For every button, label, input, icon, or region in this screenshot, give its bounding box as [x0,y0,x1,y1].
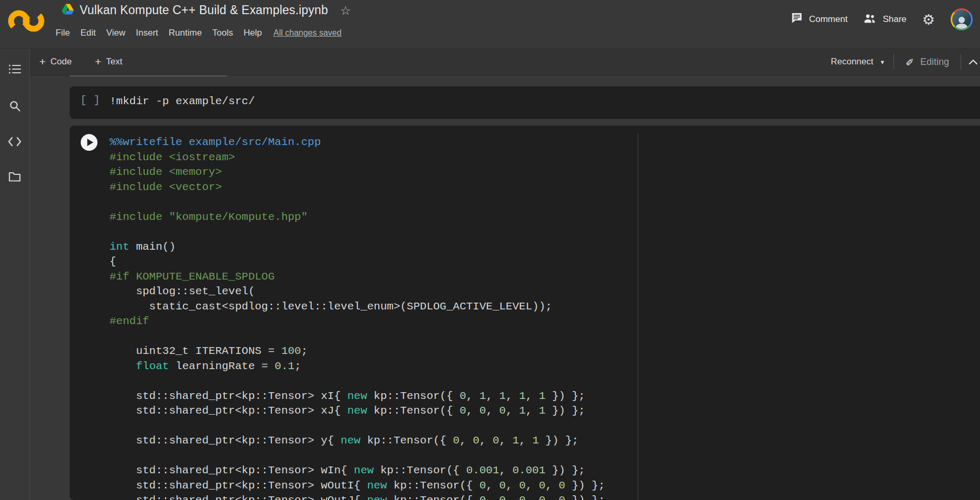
add-text-button[interactable]: + Text [95,57,122,67]
cell-run-prompt[interactable]: [ ] [80,94,100,106]
add-code-label: Code [50,57,72,67]
drive-icon [62,4,74,17]
code-line[interactable]: #endif [110,314,979,329]
code-line[interactable] [110,449,979,464]
share-people-icon [863,13,876,26]
left-sidebar [0,49,30,500]
code-line[interactable]: #include <memory> [110,165,979,180]
code-cell-mkdir[interactable]: [ ] !mkdir -p example/src/ [70,86,980,119]
code-line[interactable] [110,374,979,389]
search-icon[interactable] [0,94,29,117]
avatar-photo [952,10,971,29]
code-line[interactable]: std::shared_ptr<kp::Tensor> xJ{ new kp::… [110,404,979,419]
code-line[interactable]: %%writefile example/src/Main.cpp [110,135,979,150]
run-cell-button[interactable] [81,134,97,151]
code-line[interactable]: #if KOMPUTE_ENABLE_SPDLOG [110,270,979,285]
code-editor[interactable]: %%writefile example/src/Main.cpp#include… [110,126,979,500]
code-line[interactable]: uint32_t ITERATIONS = 100; [110,344,979,359]
notebook-toolbar: + Code + Text Reconnect ▾ ✎ Editing [30,49,980,75]
toolbar-left: + Code + Text [39,49,122,75]
share-label: Share [883,14,906,25]
menu-help[interactable]: Help [238,26,267,39]
code-line[interactable]: static_cast<spdlog::level::level_enum>(S… [110,299,979,315]
header-actions: Comment Share ⚙ [791,8,973,30]
code-line[interactable]: !mkdir -p example/src/ [110,94,979,109]
code-line[interactable]: float learningRate = 0.1; [110,359,979,374]
account-avatar[interactable] [951,8,973,30]
menu-view[interactable]: View [101,26,131,39]
code-line[interactable] [110,329,979,345]
save-status[interactable]: All changes saved [274,28,342,38]
menu-insert[interactable]: Insert [130,26,164,39]
colab-app: Vulkan Kompute C++ Build & Examples.ipyn… [0,0,980,500]
code-line[interactable]: int main() [110,240,979,255]
menu-file[interactable]: File [50,26,75,39]
menu-edit[interactable]: Edit [75,26,101,39]
add-text-label: Text [106,57,122,67]
comment-button[interactable]: Comment [791,13,848,27]
chevron-up-icon [968,59,978,65]
plus-icon: + [95,56,101,67]
toolbar-right: Reconnect ▾ ✎ Editing [821,49,980,75]
share-button[interactable]: Share [863,13,906,26]
chevron-down-icon: ▾ [881,58,885,66]
title-row: Vulkan Kompute C++ Build & Examples.ipyn… [62,3,351,17]
code-line[interactable]: #include <vector> [110,180,979,195]
menu-items: FileEditViewInsertRuntimeToolsHelp [50,28,267,38]
menu-tools[interactable]: Tools [207,26,238,39]
code-snippets-icon[interactable] [0,130,29,153]
code-line[interactable]: spdlog::set_level( [110,284,979,299]
files-folder-icon[interactable] [0,165,29,188]
reconnect-label: Reconnect [831,57,873,67]
add-code-button[interactable]: + Code [39,57,72,67]
code-line[interactable]: { [110,254,979,270]
colab-logo-icon[interactable] [7,7,45,35]
comment-label: Comment [809,14,848,25]
comment-icon [791,13,803,27]
star-icon[interactable]: ☆ [340,4,351,17]
code-editor[interactable]: !mkdir -p example/src/ [110,86,979,119]
plus-icon: + [39,56,46,67]
code-line[interactable]: #include "kompute/Kompute.hpp" [110,210,979,225]
code-line[interactable]: #include <iostream> [110,150,979,165]
editing-mode-button[interactable]: ✎ Editing [894,56,961,68]
settings-gear-icon[interactable]: ⚙ [922,13,935,27]
menubar: FileEditViewInsertRuntimeToolsHelp All c… [50,28,342,38]
code-line[interactable] [110,195,979,210]
code-line[interactable] [110,419,979,434]
code-line[interactable]: std::shared_ptr<kp::Tensor> wIn{ new kp:… [110,463,979,479]
pencil-icon: ✎ [906,56,914,68]
table-of-contents-icon[interactable] [0,58,29,81]
header: Vulkan Kompute C++ Build & Examples.ipyn… [0,0,980,49]
menu-runtime[interactable]: Runtime [164,26,207,39]
code-line[interactable] [110,225,979,240]
collapse-toolbar-button[interactable] [961,59,980,65]
code-line[interactable]: std::shared_ptr<kp::Tensor> wOutJ{ new k… [110,493,979,500]
code-line[interactable]: std::shared_ptr<kp::Tensor> y{ new kp::T… [110,434,979,449]
code-line[interactable]: std::shared_ptr<kp::Tensor> xI{ new kp::… [110,389,979,404]
editing-label: Editing [920,57,949,68]
reconnect-button[interactable]: Reconnect ▾ [821,57,894,67]
code-line[interactable]: std::shared_ptr<kp::Tensor> wOutI{ new k… [110,479,979,494]
notebook-content: [ ] !mkdir -p example/src/ %%writefile e… [30,75,980,500]
previous-cell-edge [70,75,227,76]
code-cell-main-cpp[interactable]: %%writefile example/src/Main.cpp#include… [70,126,980,500]
notebook-title[interactable]: Vulkan Kompute C++ Build & Examples.ipyn… [80,3,328,17]
